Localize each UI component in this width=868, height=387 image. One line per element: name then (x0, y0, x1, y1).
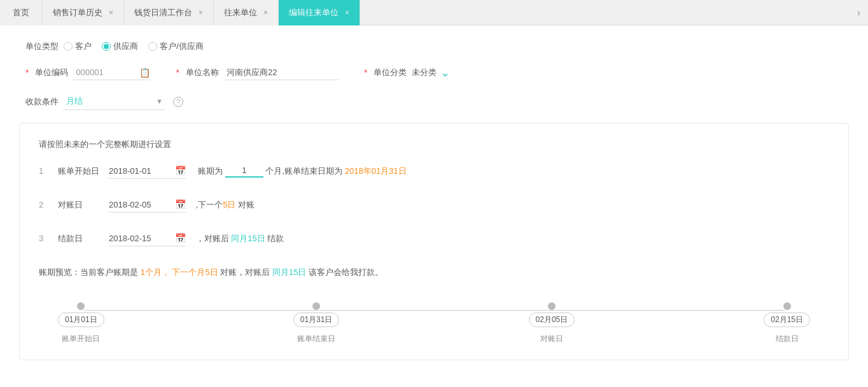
tab-partner-label: 往来单位 (224, 7, 257, 18)
timeline-label-1: 账单开始日 (62, 334, 100, 344)
account-preview: 账期预览：当前客户账期是 1个月， 下一个月5日 对账，对账后 同月15日 该客… (39, 264, 829, 281)
timeline-label-3: 对账日 (540, 334, 563, 344)
step-calendar-icon-1[interactable]: 📅 (175, 165, 186, 176)
unit-code-field-wrapper: 📋 (73, 65, 150, 80)
radio-both-circle (148, 42, 157, 51)
unit-classify-dropdown[interactable]: 未分类 ⌄ (412, 67, 450, 78)
tab-partner-close[interactable]: × (263, 8, 268, 17)
step-label-2: 对账日 (58, 199, 109, 211)
unit-code-copy-icon[interactable]: 📋 (139, 67, 150, 78)
tab-edit-partner[interactable]: 编辑往来单位 × (279, 0, 360, 25)
timeline-tag-1: 01月01日 (58, 313, 104, 327)
payment-terms-value: 月结 (66, 95, 153, 107)
timeline-label-2: 账单结束日 (297, 334, 335, 344)
radio-both[interactable]: 客户/供应商 (148, 41, 204, 52)
step-calendar-icon-2[interactable]: 📅 (175, 199, 186, 209)
tab-partner[interactable]: 往来单位 × (214, 0, 279, 25)
step-date-input-2[interactable] (109, 200, 172, 209)
tab-cash-work-label: 钱货日清工作台 (134, 7, 192, 18)
timeline-point-1: 01月01日 账单开始日 (58, 302, 104, 344)
step-desc-2-suffix: 对账 (235, 199, 255, 211)
step-desc-2-highlight: 5日 (223, 199, 235, 211)
step-period-input[interactable] (225, 164, 263, 178)
unit-code-label: 单位编码 (35, 67, 68, 78)
timeline-label-4: 结款日 (776, 334, 799, 344)
step-date-input-1[interactable] (109, 166, 172, 176)
step-calendar-icon-3[interactable]: 📅 (175, 233, 186, 243)
timeline-dot-2 (312, 302, 320, 310)
payment-terms-arrow-icon: ▼ (156, 97, 163, 105)
unit-classify-required: * (364, 67, 367, 78)
payment-section: 请按照未来的一个完整帐期进行设置 1 账单开始日 📅 账期为 个月,账单结束日期… (19, 123, 849, 360)
unit-classify-arrow-icon: ⌄ (440, 67, 450, 78)
unit-type-group: 单位类型 客户 供应商 客户/供应商 (25, 41, 204, 52)
radio-both-label: 客户/供应商 (160, 41, 204, 52)
unit-classify-value: 未分类 (412, 67, 437, 78)
step-date-1: 📅 (109, 163, 186, 179)
timeline-tag-3: 02月05日 (529, 313, 575, 327)
unit-type-row: 单位类型 客户 供应商 客户/供应商 (25, 41, 843, 52)
radio-customer[interactable]: 客户 (64, 41, 92, 52)
step-row-3: 3 结款日 📅 ，对账后 同月15日 结款 (39, 230, 829, 246)
radio-customer-label: 客户 (75, 41, 92, 52)
timeline-dot-4 (783, 302, 791, 310)
step-period-label (193, 166, 198, 176)
tab-sales-history-label: 销售订单历史 (53, 7, 102, 18)
payment-terms-help-icon[interactable]: ? (173, 97, 183, 107)
timeline-points-row: 01月01日 账单开始日 01月31日 账单结束日 02月05日 对账日 (58, 302, 810, 344)
preview-label: 账期预览：当前客户账期是 (39, 267, 138, 277)
preview-end: 该客户会给我打款。 (309, 267, 383, 277)
preview-reconcile: 下一个月5日 (172, 267, 218, 277)
step-period-input-wrapper (225, 164, 263, 178)
step-end-date: 2018年01月31日 (345, 165, 407, 177)
timeline-point-3: 02月05日 对账日 (529, 302, 575, 344)
step-period-unit: 个月,账单结束日期为 (263, 165, 345, 177)
unit-classify-group: * 单位分类 未分类 ⌄ (364, 67, 450, 78)
step-row-1: 1 账单开始日 📅 账期为 个月,账单结束日期为 2018年01月31日 (39, 163, 829, 179)
step-desc-3-prefix: ，对账后 (193, 233, 231, 244)
radio-supplier-label: 供应商 (113, 41, 138, 52)
tab-expand-button[interactable]: › (850, 7, 868, 18)
step-date-3: 📅 (109, 230, 186, 246)
payment-terms-dropdown[interactable]: 月结 ▼ (64, 93, 165, 110)
tab-sales-history[interactable]: 销售订单历史 × (43, 0, 124, 25)
tab-sales-history-close[interactable]: × (109, 8, 113, 17)
radio-supplier-inner (104, 44, 109, 49)
step-date-2: 📅 (109, 197, 186, 213)
step-label-1: 账单开始日 (58, 165, 109, 177)
tab-edit-partner-close[interactable]: × (345, 8, 349, 17)
preview-1month: 1个月， (141, 267, 170, 277)
unit-name-label: 单位名称 (186, 67, 219, 78)
preview-payment: 同月15日 (272, 267, 306, 277)
step-row-2: 2 对账日 📅 ,下一个 5日 对账 (39, 197, 829, 213)
tab-home-label: 首页 (13, 7, 29, 18)
payment-terms-group: 收款条件 月结 ▼ ? (25, 93, 183, 110)
unit-code-input[interactable] (73, 65, 137, 80)
step-label-3: 结款日 (58, 233, 109, 244)
tab-home[interactable]: 首页 (0, 0, 43, 25)
unit-name-input[interactable] (224, 65, 339, 80)
step-num-3: 3 (39, 234, 58, 243)
step-date-input-3[interactable] (109, 234, 172, 243)
payment-terms-row: 收款条件 月结 ▼ ? (25, 93, 843, 110)
timeline-wrapper: 01月01日 账单开始日 01月31日 账单结束日 02月05日 对账日 (45, 296, 823, 344)
main-content: 单位类型 客户 供应商 客户/供应商 (0, 25, 868, 387)
unit-name-group: * 单位名称 (176, 65, 338, 80)
timeline-container: 01月01日 账单开始日 01月31日 账单结束日 02月05日 对账日 (39, 296, 829, 344)
unit-code-required: * (25, 67, 29, 78)
radio-supplier[interactable]: 供应商 (102, 41, 138, 52)
radio-supplier-circle (102, 42, 111, 51)
payment-terms-label: 收款条件 (25, 96, 59, 108)
unit-type-label: 单位类型 (25, 41, 59, 52)
timeline-dot-3 (548, 302, 556, 310)
step-desc-3-highlight: 同月15日 (231, 233, 265, 244)
step-num-1: 1 (39, 166, 58, 176)
step-num-2: 2 (39, 200, 58, 209)
timeline-tag-2: 01月31日 (293, 313, 340, 327)
preview-mid: 对账，对账后 (220, 267, 270, 277)
tab-cash-work[interactable]: 钱货日清工作台 × (124, 0, 214, 25)
section-hint: 请按照未来的一个完整帐期进行设置 (39, 139, 829, 150)
tab-cash-work-close[interactable]: × (199, 8, 203, 17)
unit-type-radio-group: 客户 供应商 客户/供应商 (64, 41, 204, 52)
timeline-dot-1 (77, 302, 85, 310)
